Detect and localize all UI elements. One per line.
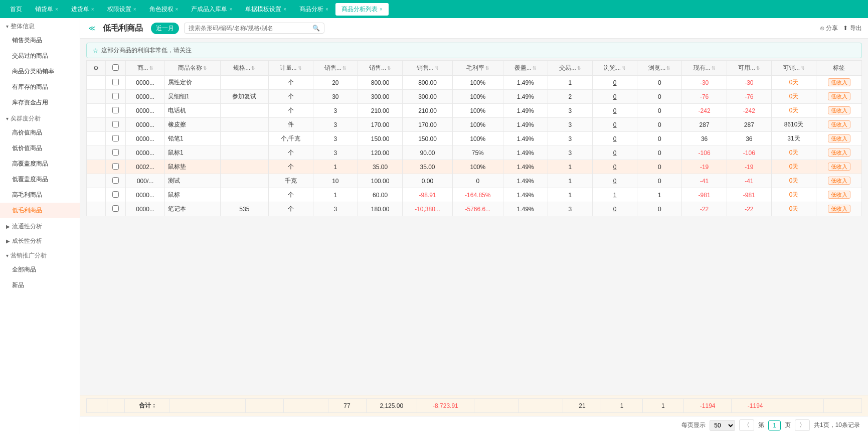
nav-close-roles[interactable]: × — [176, 7, 179, 12]
nav-item-home[interactable]: 首页 — [4, 3, 28, 16]
settings-icon[interactable]: ⚙ — [93, 65, 99, 72]
cell-browse1[interactable]: 0 — [593, 104, 637, 118]
nav-item-products[interactable]: 产成品入库单 × — [185, 3, 238, 16]
cell-browse1[interactable]: 0 — [593, 118, 637, 132]
nav-item-templates[interactable]: 单据模板设置 × — [239, 3, 292, 16]
th-sales-qty[interactable]: 销售...⇅ — [313, 61, 358, 76]
sidebar-item-capital[interactable]: 库存资金占用 — [0, 95, 80, 110]
sidebar-item-high-margin[interactable]: 高毛利商品 — [0, 187, 80, 203]
th-sellable[interactable]: 可销...⇅ — [771, 61, 816, 76]
nav-item-permissions[interactable]: 权限设置 × — [101, 3, 142, 16]
cell-checkbox[interactable] — [105, 174, 126, 188]
row-checkbox[interactable] — [112, 93, 119, 99]
row-checkbox[interactable] — [112, 121, 119, 127]
browse1-link[interactable]: 0 — [613, 206, 617, 213]
sidebar-item-traded-goods[interactable]: 交易过的商品 — [0, 48, 80, 64]
sidebar-group-growth[interactable]: ▶ 成长性分析 — [0, 233, 80, 247]
row-checkbox[interactable] — [112, 191, 119, 198]
nav-close-analysis-list[interactable]: × — [380, 7, 383, 12]
th-current-stock[interactable]: 现有...⇅ — [682, 61, 727, 76]
th-gross-rate[interactable]: 毛利率⇅ — [452, 61, 503, 76]
nav-item-sales[interactable]: 销货单 × — [29, 3, 64, 16]
cell-browse1[interactable]: 0 — [593, 90, 637, 104]
cell-browse1[interactable]: 0 — [593, 160, 637, 174]
nav-close-permissions[interactable]: × — [133, 7, 136, 12]
sidebar-item-stock-goods[interactable]: 有库存的商品 — [0, 79, 80, 95]
nav-item-analysis[interactable]: 商品分析 × — [293, 3, 334, 16]
cell-browse1[interactable]: 0 — [593, 146, 637, 160]
sidebar-group-overall[interactable]: ▾ 整体信息 — [0, 18, 80, 33]
next-page-btn[interactable]: 〉 — [795, 419, 810, 431]
browse1-link[interactable]: 0 — [613, 150, 617, 157]
row-checkbox[interactable] — [112, 177, 119, 184]
browse1-link[interactable]: 0 — [613, 107, 617, 114]
share-button[interactable]: ⎋ 分享 — [820, 24, 838, 33]
browse1-link[interactable]: 0 — [613, 121, 617, 128]
cell-browse1[interactable]: 0 — [593, 202, 637, 216]
cell-browse1[interactable]: 0 — [593, 76, 637, 90]
period-button[interactable]: 近一月 — [151, 23, 179, 34]
browse1-link[interactable]: 0 — [613, 164, 617, 171]
th-browse2[interactable]: 浏览...⇅ — [637, 61, 682, 76]
sidebar-item-all-goods[interactable]: 全部商品 — [0, 262, 80, 277]
per-page-select[interactable]: 50 20 100 — [710, 420, 735, 431]
cell-checkbox[interactable] — [105, 160, 126, 174]
th-browse1[interactable]: 浏览...⇅ — [593, 61, 637, 76]
th-tag[interactable]: 标签 — [816, 61, 862, 76]
nav-item-purchase[interactable]: 进货单 × — [65, 3, 100, 16]
browse1-link[interactable]: 0 — [613, 79, 617, 86]
sidebar-group-flow[interactable]: ▶ 流通性分析 — [0, 218, 80, 233]
cell-checkbox[interactable] — [105, 118, 126, 132]
cell-browse1[interactable]: 1 — [593, 188, 637, 202]
th-sales-amount[interactable]: 销售...⇅ — [403, 61, 453, 76]
row-checkbox[interactable] — [112, 135, 119, 141]
th-settings[interactable]: ⚙ — [87, 61, 106, 76]
row-checkbox[interactable] — [112, 79, 119, 85]
row-checkbox[interactable] — [112, 107, 119, 113]
th-code[interactable]: 商...⇅ — [126, 61, 165, 76]
th-name[interactable]: 商品名称⇅ — [164, 61, 220, 76]
search-icon[interactable]: 🔍 — [312, 25, 320, 32]
cell-checkbox[interactable] — [105, 132, 126, 146]
cell-browse1[interactable]: 0 — [593, 174, 637, 188]
browse1-link[interactable]: 1 — [613, 192, 617, 199]
cell-checkbox[interactable] — [105, 188, 126, 202]
sidebar-item-low-value[interactable]: 低价值商品 — [0, 140, 80, 156]
collapse-sidebar-btn[interactable]: ≪ — [86, 22, 98, 34]
nav-close-templates[interactable]: × — [283, 7, 286, 12]
export-button[interactable]: ⬆ 导出 — [843, 24, 862, 33]
sidebar-item-high-value[interactable]: 高价值商品 — [0, 125, 80, 140]
sidebar-item-low-margin[interactable]: 低毛利商品 — [0, 203, 80, 218]
th-sales-price[interactable]: 销售...⇅ — [358, 61, 402, 76]
nav-item-analysis-list[interactable]: 商品分析列表 × — [335, 3, 389, 16]
row-checkbox[interactable] — [112, 149, 119, 156]
row-checkbox[interactable] — [112, 163, 119, 170]
cell-checkbox[interactable] — [105, 90, 126, 104]
th-available[interactable]: 可用...⇅ — [727, 61, 771, 76]
cell-checkbox[interactable] — [105, 104, 126, 118]
sidebar-group-coverage[interactable]: ▾ 矣群度分析 — [0, 110, 80, 125]
nav-close-products[interactable]: × — [229, 7, 232, 12]
cell-checkbox[interactable] — [105, 146, 126, 160]
cell-checkbox[interactable] — [105, 202, 126, 216]
sidebar-item-high-coverage[interactable]: 高覆盖度商品 — [0, 156, 80, 172]
cell-checkbox[interactable] — [105, 76, 126, 90]
th-unit[interactable]: 计量...⇅ — [268, 61, 313, 76]
select-all-checkbox[interactable] — [112, 64, 119, 71]
row-checkbox[interactable] — [112, 205, 119, 212]
nav-item-roles[interactable]: 角色授权 × — [143, 3, 185, 16]
sidebar-item-sales-goods[interactable]: 销售类商品 — [0, 33, 80, 48]
prev-page-btn[interactable]: 〈 — [739, 419, 754, 431]
th-spec[interactable]: 规格...⇅ — [221, 61, 268, 76]
browse1-link[interactable]: 0 — [613, 135, 617, 142]
nav-close-analysis[interactable]: × — [325, 7, 328, 12]
sidebar-item-category-rate[interactable]: 商品分类助销率 — [0, 64, 80, 79]
search-input[interactable] — [189, 25, 312, 32]
sidebar-group-marketing[interactable]: ▾ 营销推广分析 — [0, 247, 80, 262]
th-checkbox[interactable] — [105, 61, 126, 76]
browse1-link[interactable]: 0 — [613, 178, 617, 185]
cell-browse1[interactable]: 0 — [593, 132, 637, 146]
th-coverage[interactable]: 覆盖...⇅ — [503, 61, 548, 76]
nav-close-purchase[interactable]: × — [91, 7, 94, 12]
nav-close-sales[interactable]: × — [55, 7, 58, 12]
